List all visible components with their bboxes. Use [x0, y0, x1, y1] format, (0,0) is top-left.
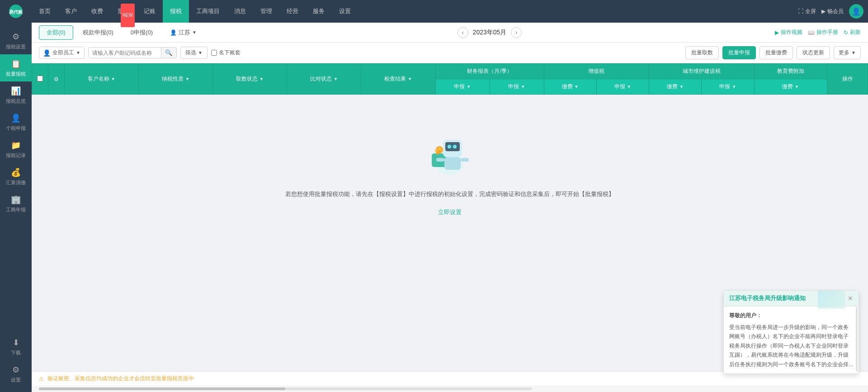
- nav-service[interactable]: 服务: [306, 0, 332, 23]
- nav-billing[interactable]: 收费: [84, 0, 110, 23]
- sidebar-item-personal-tax[interactable]: 👤 个税申报: [0, 109, 32, 136]
- th-city-declare[interactable]: 申报 ▼: [596, 79, 649, 95]
- user-avatar[interactable]: 👤: [849, 4, 863, 19]
- horizontal-scrollbar[interactable]: [39, 387, 532, 390]
- th-check-result[interactable]: 检查结果 ▼: [361, 64, 435, 95]
- svg-rect-15: [436, 158, 444, 162]
- refresh-icon: ↻: [844, 29, 848, 36]
- select-all-checkbox[interactable]: [37, 76, 43, 81]
- nav-invoice[interactable]: 票据 NEW: [110, 0, 137, 23]
- th-vat-declare[interactable]: 申报 ▼: [490, 79, 544, 95]
- th-gear[interactable]: ⚙: [48, 64, 65, 95]
- refresh-btn[interactable]: ↻ 刷新: [844, 29, 861, 36]
- th-financial-declare[interactable]: 申报 ▼: [435, 79, 490, 95]
- nav-settings[interactable]: 设置: [332, 0, 358, 23]
- personal-tax-icon: 👤: [11, 113, 21, 123]
- sidebar-item-tax-records[interactable]: 📁 报税记录: [0, 136, 32, 163]
- fullscreen-btn[interactable]: ⛶ 全屏: [798, 8, 816, 15]
- th-financial-report: 财务报表（月/季）: [435, 64, 544, 79]
- account-checkbox-label[interactable]: 名下账套: [211, 49, 241, 57]
- search-button[interactable]: 🔍: [161, 48, 176, 58]
- th-edu-declare[interactable]: 申报 ▼: [702, 79, 754, 95]
- robot-illustration: [420, 122, 479, 181]
- bottom-tip: 验证账密、采集信息均成功的企业才会流转至批量报税页面中: [47, 375, 194, 382]
- new-badge: NEW: [121, 4, 135, 27]
- th-compare-status[interactable]: 比对状态 ▼: [287, 64, 361, 95]
- tab-bar: 全部(0) 税款申报(0) 0申报(0) 👤 江苏 ▼ ‹ 2023年05月 ›: [32, 23, 868, 43]
- sidebar-item-tax-settings[interactable]: ⚙ 报税设置: [0, 27, 32, 54]
- tab-tax-declare[interactable]: 税款申报(0): [75, 25, 121, 40]
- batch-pay-btn[interactable]: 批量缴费: [760, 46, 793, 59]
- th-tax-type[interactable]: 纳税性质 ▼: [139, 64, 213, 95]
- employee-select[interactable]: 👤 全部员工 ▼: [39, 47, 85, 59]
- membership-btn[interactable]: ▶ 畅会员: [821, 8, 844, 15]
- th-edu-surcharge: 教育费附加: [754, 64, 827, 79]
- th-vat-pay[interactable]: 缴费 ▼: [544, 79, 596, 95]
- status-update-btn[interactable]: 状态更新: [797, 46, 830, 59]
- search-input[interactable]: [89, 48, 161, 58]
- th-checkbox[interactable]: [32, 64, 48, 95]
- nav-client[interactable]: 客户: [58, 0, 84, 23]
- data-table: ⚙ 客户名称 ▼ 纳税性质 ▼ 取数状态 ▼ 比对状态 ▼: [32, 63, 868, 244]
- th-edu-pay[interactable]: 缴费 ▼: [754, 79, 827, 95]
- notif-close-btn[interactable]: ✕: [848, 295, 853, 302]
- sidebar-item-config[interactable]: ⚙ 设置: [0, 360, 32, 387]
- settlement-icon: 💰: [11, 167, 21, 177]
- tab-zero-declare[interactable]: 0申报(0): [123, 25, 160, 40]
- sidebar-item-download[interactable]: ⬇ 下载: [0, 333, 32, 360]
- person-icon: 👤: [43, 49, 51, 57]
- sidebar-item-batch-tax[interactable]: 📋 批量报税: [0, 54, 32, 81]
- svg-point-18: [435, 149, 438, 152]
- nav-accounting[interactable]: 记账: [137, 0, 163, 23]
- sidebar-item-tax-overview[interactable]: 📊 报税总览: [0, 81, 32, 109]
- th-fetch-status[interactable]: 取数状态 ▼: [213, 64, 287, 95]
- chevron-down-icon: ▼: [851, 50, 856, 55]
- table-header-row-1: ⚙ 客户名称 ▼ 纳税性质 ▼ 取数状态 ▼ 比对状态 ▼: [32, 64, 868, 79]
- top-navigation: 易代账 首页 客户 收费 票据 NEW 记账 报税 工商项目 消息 管理 经营 …: [0, 0, 868, 23]
- svg-point-19: [438, 150, 441, 153]
- setup-link[interactable]: 立即设置: [438, 208, 462, 216]
- operation-manual-btn[interactable]: 📖 操作手册: [808, 29, 838, 36]
- app-logo[interactable]: 易代账: [5, 0, 27, 23]
- th-city-pay[interactable]: 缴费 ▼: [649, 79, 702, 95]
- svg-text:易代账: 易代账: [9, 10, 23, 14]
- empty-state: 若您想使用批量报税功能，请先在【报税设置】中进行报税的初始化设置，完成密码验证和…: [32, 95, 868, 244]
- current-month: 2023年05月: [473, 29, 507, 37]
- batch-declare-btn[interactable]: 批量申报: [722, 46, 756, 59]
- nav-right-actions: ⛶ 全屏 ▶ 畅会员 👤: [798, 4, 863, 19]
- notification-panel: 江苏电子税务局升级影响通知 ✕ 尊敬的用户： 受当前电子税务局进一步升级的影响，…: [723, 290, 859, 374]
- th-actions: 操作: [827, 64, 868, 95]
- config-icon: ⚙: [12, 365, 19, 375]
- chevron-down-icon: ▼: [76, 50, 80, 55]
- notif-content: 受当前电子税务局进一步升级的影响，同一个政务网账号（办税人）名下的企业不能再同时…: [729, 323, 853, 369]
- tab-region[interactable]: 👤 江苏 ▼: [162, 25, 204, 40]
- nav-items: 首页 客户 收费 票据 NEW 记账 报税 工商项目 消息 管理 经营 服务 设…: [32, 0, 798, 23]
- account-checkbox[interactable]: [211, 50, 217, 56]
- next-month-btn[interactable]: ›: [511, 27, 522, 38]
- sidebar-bottom: ⬇ 下载 ⚙ 设置: [0, 333, 32, 392]
- tax-settings-icon: ⚙: [12, 32, 19, 42]
- svg-rect-16: [461, 158, 469, 162]
- nav-message[interactable]: 消息: [227, 0, 253, 23]
- th-client-name[interactable]: 客户名称 ▼: [65, 64, 139, 95]
- notif-decoration: [818, 291, 845, 309]
- membership-icon: ▶: [821, 8, 826, 14]
- nav-tax[interactable]: 报税: [163, 0, 189, 23]
- nav-home[interactable]: 首页: [32, 0, 58, 23]
- filter-btn[interactable]: 筛选 ▼: [180, 47, 208, 59]
- notif-scrollbar[interactable]: [856, 307, 858, 372]
- nav-manage[interactable]: 管理: [253, 0, 279, 23]
- prev-month-btn[interactable]: ‹: [458, 27, 468, 38]
- notif-greeting: 尊敬的用户：: [729, 311, 853, 320]
- manual-icon: 📖: [808, 29, 815, 36]
- nav-business[interactable]: 工商项目: [189, 0, 227, 23]
- more-btn[interactable]: 更多 ▼: [834, 46, 861, 59]
- tab-all[interactable]: 全部(0): [39, 25, 73, 40]
- th-city-tax: 城市维护建设税: [649, 64, 754, 79]
- sidebar-item-settlement[interactable]: 💰 汇算清缴: [0, 163, 32, 190]
- nav-operation[interactable]: 经营: [279, 0, 306, 23]
- batch-fetch-btn[interactable]: 批量取数: [685, 46, 719, 59]
- scroll-area[interactable]: [32, 386, 868, 392]
- sidebar-item-annual-report[interactable]: 🏢 工商年报: [0, 190, 32, 217]
- operation-video-btn[interactable]: ▶ 操作视频: [775, 29, 802, 36]
